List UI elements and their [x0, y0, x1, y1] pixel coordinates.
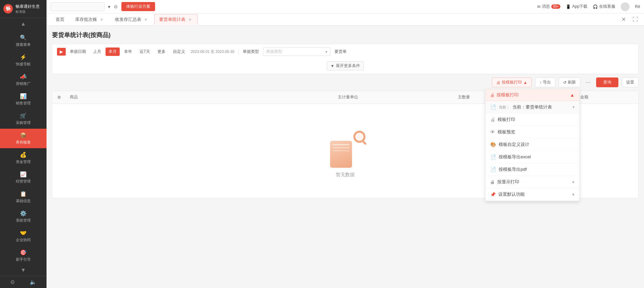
purchase-icon: 🛒 [20, 113, 27, 119]
action-bar: 🖨 按模板打印 ▲ 🖨 按模板打印 ▲ 📄 [52, 77, 639, 87]
topbar-dropdown-btn[interactable]: ▾ [108, 4, 110, 9]
order-type-value: 单据类型 [266, 49, 306, 55]
tab-close-inventory-batch[interactable]: ✕ [99, 17, 104, 22]
order-summary-label: 要货单统计表 [159, 17, 185, 23]
chevron-down-icon: ▾ [325, 50, 327, 54]
expand-more-icon: ▼ [330, 64, 334, 68]
sidebar-bottom: ⚙ 🔈 [0, 276, 47, 288]
sidebar-item-purchase[interactable]: 🛒 采购管理 [0, 109, 47, 129]
print-menu-export-pdf[interactable]: 📄 按模板导出pdf [486, 163, 579, 176]
date-btn-current-year[interactable]: 本年 [121, 47, 135, 56]
close-window-btn[interactable]: ✕ [619, 15, 628, 23]
sidebar-item-marketing[interactable]: 📣 营销推广 [0, 70, 47, 90]
current-template-icon: 📄 [490, 104, 496, 110]
message-icon: ✉ [537, 4, 540, 9]
export-excel-icon: 📄 [490, 154, 496, 160]
date-btn-prev-month[interactable]: 上月 [90, 47, 104, 56]
tab-close-collection-summary[interactable]: ✕ [143, 17, 148, 22]
th-gear[interactable]: ⚙ [52, 92, 66, 103]
sidebar-item-finance[interactable]: 💰 资金管理 [0, 148, 47, 168]
print-dropdown-wrapper: 🖨 按模板打印 ▲ 🖨 按模板打印 ▲ 📄 [492, 77, 532, 87]
order-type-label: 单据类型 [243, 49, 259, 55]
expand-more-btn[interactable]: ▼ 展开更多条件 [327, 61, 364, 70]
sidebar-item-system[interactable]: ⚙️ 系统管理 [0, 207, 47, 226]
order-type-select[interactable]: 单据类型 ▾ [263, 47, 330, 56]
th-unit: 主计量单位 [290, 91, 406, 103]
filter-row: ▶ 单据日期 上月 本月 本年 近7天 更多 自定义 2023-06-01 至 … [57, 47, 634, 56]
current-template-arrow: ▾ [573, 105, 575, 109]
settings-bottom-btn[interactable]: ⚙ [10, 279, 15, 285]
date-btn-current-month[interactable]: 本月 [106, 47, 120, 56]
trial-btn[interactable]: 体验行业方案 [121, 2, 155, 11]
avatar[interactable] [621, 2, 630, 11]
date-btn-custom[interactable]: 自定义 [170, 47, 188, 56]
tab-collection-summary[interactable]: 收发存汇总表 ✕ [110, 14, 153, 25]
set-default-icon: 📌 [490, 192, 496, 197]
topbar-search-input[interactable] [51, 2, 105, 11]
empty-text: 暂无数据 [336, 172, 355, 178]
sidebar-item-collab[interactable]: 🤝 企业协同 [0, 226, 47, 246]
print-menu-template-design[interactable]: 🎨 模板自定义设计 [486, 138, 579, 151]
print-menu-printer-icon: 🖨 [490, 93, 495, 98]
system-icon: ⚙️ [20, 210, 27, 217]
tab-inventory-batch[interactable]: 库存批次账 ✕ [70, 14, 109, 25]
finance-icon: 💰 [20, 152, 27, 158]
th-product: 商品 [66, 91, 290, 103]
empty-illustration [325, 131, 365, 168]
print-menu-set-default[interactable]: 📌 设置默认功能 ▾ [486, 188, 579, 201]
print-menu-export-excel[interactable]: 📄 按模板导出excel [486, 151, 579, 163]
marketing-icon: 📣 [20, 73, 27, 80]
sidebar-item-operations[interactable]: 📈 经营管理 [0, 168, 47, 187]
more-actions-btn[interactable]: ··· [584, 78, 593, 87]
sidebar-item-guide[interactable]: 🎯 新手引导 [0, 246, 47, 264]
print-template-btn[interactable]: 🖨 按模板打印 ▲ [492, 77, 532, 87]
content-area: 要货单统计表(按商品) ▶ 单据日期 上月 本月 本年 近7天 更多 自定义 2… [47, 26, 644, 288]
filter-expand-arrow[interactable]: ▶ [57, 48, 66, 56]
scroll-up-btn[interactable]: ▲ [19, 20, 27, 28]
filter-divider [238, 49, 239, 55]
sidebar-item-sales[interactable]: 📊 销售管理 [0, 90, 47, 109]
headset-icon: 🎧 [593, 4, 598, 9]
settings-btn[interactable]: 设置 [622, 77, 639, 87]
magnify-glass [353, 131, 365, 143]
filter-bar: ▶ 单据日期 上月 本月 本年 近7天 更多 自定义 2023-06-01 至 … [52, 44, 639, 74]
scroll-down-btn[interactable]: ▼ [19, 266, 27, 275]
online-service-btn[interactable]: 🎧 在线客服 [593, 4, 615, 9]
main-area: ▾ ⚙ 体验行业方案 ✉ 消息 99+ 📱 App下载 🎧 在线客服 Rit 首… [47, 0, 644, 288]
app-download-btn[interactable]: 📱 App下载 [566, 4, 587, 9]
tab-order-summary[interactable]: 要货单统计表 ✕ [154, 14, 198, 25]
magnify-handle [361, 140, 367, 145]
guide-icon: 🎯 [20, 249, 27, 256]
print-menu-header: 🖨 按模板打印 ▲ [486, 89, 579, 101]
sidebar-item-basic[interactable]: 📋 基础信息 [0, 187, 47, 207]
print-menu-template-print[interactable]: 🖨 模板打印 [486, 114, 579, 126]
print-dropdown-menu: 🖨 按模板打印 ▲ 📄 当前： 当前：要货单统计表 ▾ 🖨 [485, 89, 580, 201]
logo-icon: 畅 [3, 4, 13, 13]
message-btn[interactable]: ✉ 消息 99+ [537, 4, 560, 9]
date-btn-more[interactable]: 更多 [154, 47, 169, 56]
print-menu-display-print[interactable]: 🖨 按显示打印 ▾ [486, 176, 579, 188]
maximize-window-btn[interactable]: ⛶ [631, 16, 640, 23]
sound-btn[interactable]: 🔈 [30, 279, 36, 285]
doc-line3 [333, 150, 349, 151]
print-menu-current[interactable]: 📄 当前： 当前：要货单统计表 ▾ [486, 101, 579, 114]
topbar-gear-btn[interactable]: ⚙ [114, 4, 118, 9]
sidebar-item-search[interactable]: 🔍 搜索菜单 [0, 31, 47, 51]
tab-home[interactable]: 首页 [51, 14, 69, 25]
sidebar-item-shortcut[interactable]: ⚡ 快捷导航 [0, 51, 47, 70]
display-print-left: 🖨 按显示打印 [490, 179, 519, 185]
topbar: ▾ ⚙ 体验行业方案 ✉ 消息 99+ 📱 App下载 🎧 在线客服 Rit [47, 0, 644, 13]
query-btn[interactable]: 查询 [596, 77, 618, 87]
template-preview-icon: 👁 [490, 129, 495, 135]
set-default-arrow: ▾ [572, 192, 575, 197]
brand-text: 畅康通好生意 标准版 [16, 4, 40, 14]
export-btn[interactable]: ↑ 导出 [535, 77, 555, 87]
print-menu-chevron-up[interactable]: ▲ [570, 92, 575, 98]
refresh-btn[interactable]: ↺ 刷新 [559, 77, 580, 87]
sidebar-item-inventory[interactable]: 📦 库存核算 [0, 129, 47, 148]
sidebar: 畅 畅康通好生意 标准版 ▲ 🔍 搜索菜单 ⚡ 快捷导航 📣 营销推广 📊 销售… [0, 0, 47, 288]
tab-close-order-summary[interactable]: ✕ [187, 17, 193, 22]
date-btn-last7[interactable]: 近7天 [137, 47, 153, 56]
print-menu-template-preview[interactable]: 👁 模板预览 [486, 126, 579, 138]
topbar-right: ✉ 消息 99+ 📱 App下载 🎧 在线客服 Rit [537, 2, 640, 11]
